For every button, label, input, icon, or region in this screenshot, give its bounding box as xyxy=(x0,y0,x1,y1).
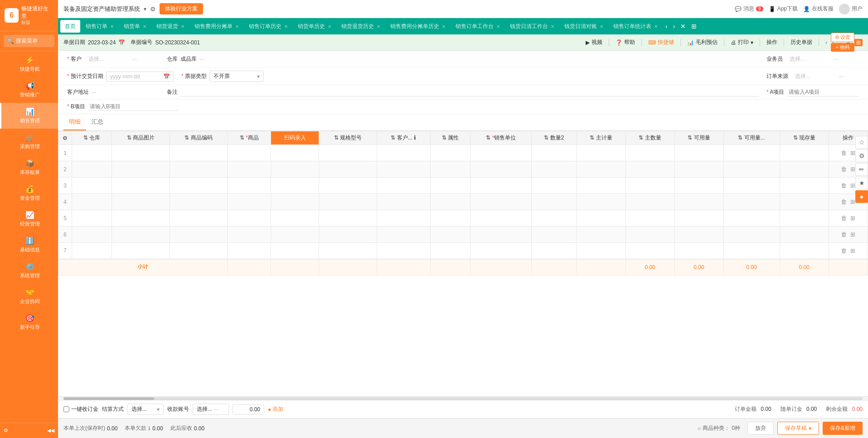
row-4-warehouse[interactable] xyxy=(72,194,112,210)
row-5-code[interactable] xyxy=(170,210,227,226)
sidebar-item-marketing[interactable]: 📢 营销推广 xyxy=(0,77,58,103)
solution-button[interactable]: 体验行业方案 xyxy=(160,3,203,14)
row-3-product[interactable] xyxy=(228,178,271,194)
sidebar-item-sales[interactable]: 📊 销售管理 xyxy=(0,103,58,129)
row-7-main-qty[interactable] xyxy=(626,243,674,259)
tab-close-icon[interactable]: ✕ xyxy=(600,24,603,29)
row-3-code[interactable] xyxy=(170,178,227,194)
sidebar-item-guide[interactable]: 🎯 新手引导 xyxy=(0,309,58,335)
row-7-spec[interactable] xyxy=(319,243,377,259)
row-2-code[interactable] xyxy=(170,161,227,178)
customer-more-btn[interactable]: ··· xyxy=(132,56,137,63)
row-6-customer-code[interactable] xyxy=(377,226,430,243)
info-icon-credit[interactable]: ℹ xyxy=(148,425,150,432)
add-product-button[interactable]: + 物料 xyxy=(831,43,854,52)
row-1-unit[interactable] xyxy=(470,145,532,161)
row-3-customer-code[interactable] xyxy=(377,178,430,194)
history-btn[interactable]: 历史单据 xyxy=(790,39,812,46)
row-5-customer-code[interactable] xyxy=(377,210,430,226)
row-6-product[interactable] xyxy=(228,226,271,243)
tab-sales-order[interactable]: 销售订单 ✕ xyxy=(81,20,118,33)
row-3-main-qty[interactable] xyxy=(626,178,674,194)
row-4-attr[interactable] xyxy=(430,194,470,210)
row-7-qty2[interactable] xyxy=(532,243,577,259)
row-2-qty2[interactable] xyxy=(532,161,577,178)
tab-close-icon[interactable]: ✕ xyxy=(496,24,500,29)
row-delete-btn[interactable]: 🗑 xyxy=(840,181,848,190)
tab-prev-btn[interactable]: ‹ xyxy=(663,22,670,31)
row-6-code[interactable] xyxy=(170,226,227,243)
help-btn[interactable]: ❓ 帮助 xyxy=(616,39,635,46)
b-project-input[interactable] xyxy=(88,102,179,111)
staff-input[interactable]: 选择... xyxy=(786,53,831,65)
invoice-type-select[interactable]: 不开票 ▾ xyxy=(209,71,264,82)
row-6-unit[interactable] xyxy=(470,226,532,243)
row-delete-btn[interactable]: 🗑 xyxy=(840,214,848,222)
row-7-attr[interactable] xyxy=(430,243,470,259)
save-draft-dropdown-icon[interactable]: ▾ xyxy=(809,425,811,432)
add-payment-btn[interactable]: ● 添加 xyxy=(268,405,283,413)
row-3-warehouse[interactable] xyxy=(72,178,112,194)
search-menu-button[interactable]: 🔍 搜索菜单 xyxy=(4,35,54,47)
tab-close-all-btn[interactable]: ✕ xyxy=(678,22,689,31)
tab-next-btn[interactable]: › xyxy=(670,22,678,31)
row-copy-btn[interactable]: ⊞ xyxy=(849,230,856,239)
row-7-warehouse[interactable] xyxy=(72,243,112,259)
tab-fee-history[interactable]: 销售费用分摊单历史 ✕ xyxy=(386,20,450,33)
right-tool-1[interactable]: ☆ xyxy=(855,136,868,149)
form-view-icon[interactable]: ⊞ xyxy=(854,39,863,46)
tab-expand-btn[interactable]: ⊞ xyxy=(689,22,699,31)
sidebar-item-inventory[interactable]: 📦 库存核算 xyxy=(0,154,58,180)
row-2-main-qty[interactable] xyxy=(626,161,674,178)
tab-return-history[interactable]: 销货退货历史 ✕ xyxy=(337,20,385,33)
row-1-product[interactable] xyxy=(228,145,271,161)
tab-order-workbench[interactable]: 销售订单工作台 ✕ xyxy=(451,20,504,33)
row-copy-btn[interactable]: ⊞ xyxy=(849,214,856,222)
one-click-checkbox[interactable] xyxy=(63,406,69,412)
tab-close-icon[interactable]: ✕ xyxy=(181,24,184,29)
row-7-code[interactable] xyxy=(170,243,227,259)
row-1-warehouse[interactable] xyxy=(72,145,112,161)
row-4-unit[interactable] xyxy=(470,194,532,210)
table-scroll-area[interactable] xyxy=(58,396,868,400)
tab-close-icon[interactable]: ✕ xyxy=(235,24,239,29)
row-5-qty2[interactable] xyxy=(532,210,577,226)
row-3-spec[interactable] xyxy=(319,178,377,194)
tab-close-icon[interactable]: ✕ xyxy=(110,24,114,29)
row-1-spec[interactable] xyxy=(319,145,377,161)
row-delete-btn[interactable]: 🗑 xyxy=(840,246,848,255)
tab-daily-reconcile[interactable]: 钱货日清对账 ✕ xyxy=(560,20,608,33)
row-4-spec[interactable] xyxy=(319,194,377,210)
remarks-input[interactable] xyxy=(180,88,759,96)
tab-home[interactable]: 首页 xyxy=(60,20,80,33)
right-tool-2[interactable]: ⚙ xyxy=(855,149,868,162)
row-4-customer-code[interactable] xyxy=(377,194,430,210)
sidebar-settings-btn[interactable]: ⚙ xyxy=(4,428,8,433)
row-5-attr[interactable] xyxy=(430,210,470,226)
row-1-attr[interactable] xyxy=(430,145,470,161)
row-4-main-qty[interactable] xyxy=(626,194,674,210)
row-6-qty2[interactable] xyxy=(532,226,577,243)
order-source-input[interactable]: 选择... xyxy=(791,71,836,82)
profit-btn[interactable]: 📊 毛利预估 xyxy=(687,39,718,46)
tab-close-icon[interactable]: ✕ xyxy=(143,24,146,29)
tab-close-icon[interactable]: ✕ xyxy=(284,24,288,29)
row-1-customer-code[interactable] xyxy=(377,145,430,161)
tab-close-icon[interactable]: ✕ xyxy=(551,24,554,29)
row-1-code[interactable] xyxy=(170,145,227,161)
row-4-code[interactable] xyxy=(170,194,227,210)
row-7-customer-code[interactable] xyxy=(377,243,430,259)
row-5-warehouse[interactable] xyxy=(72,210,112,226)
right-tool-5[interactable]: ● xyxy=(855,190,868,203)
right-tool-4[interactable]: ★ xyxy=(855,177,868,189)
row-5-main-qty[interactable] xyxy=(626,210,674,226)
tab-close-icon[interactable]: ✕ xyxy=(442,24,446,29)
account-more-btn[interactable]: ··· xyxy=(214,406,218,413)
shortcut-btn[interactable]: ⌨ 快捷键 xyxy=(648,39,674,46)
abandon-button[interactable]: 放弃 xyxy=(747,422,774,435)
sidebar-item-quicknav[interactable]: ⚡ 快捷导航 xyxy=(0,51,58,77)
view-btn[interactable]: ▶ 视频 xyxy=(586,39,602,46)
tab-summary[interactable]: 汇总 xyxy=(86,114,109,130)
row-2-product[interactable] xyxy=(228,161,271,178)
row-4-product[interactable] xyxy=(228,194,271,210)
